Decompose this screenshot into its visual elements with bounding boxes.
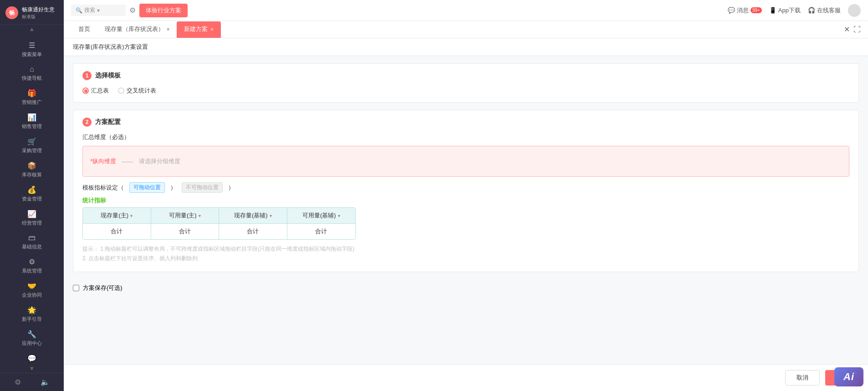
indicator-settings-close: ） — [228, 184, 234, 192]
sidebar-item-label: 快捷导航 — [22, 75, 42, 82]
sidebar-item-purchase[interactable]: 🛒 采购管理 — [0, 134, 64, 158]
topbar: 🔍 搜索 ▾ ⚙ 体验行业方案 💬 消息 99+ 📱 App下载 🎧 在线客服 — [64, 0, 868, 21]
sidebar-item-system[interactable]: ⚙ 系统管理 — [0, 254, 64, 278]
sidebar-item-sales[interactable]: 📊 销售管理 — [0, 109, 64, 134]
message-item[interactable]: 💬 消息 99+ — [728, 6, 762, 15]
sidebar-item-guide[interactable]: 🌟 新手引导 — [0, 302, 64, 326]
page-title: 现存量(库存状况表)方案设置 — [73, 43, 148, 50]
stats-data-1: 合计 — [83, 224, 151, 239]
headset-icon: 🎧 — [808, 7, 815, 14]
dimension-box[interactable]: *纵向维度 —— 请选择分组维度 — [82, 146, 849, 177]
stats-col-1[interactable]: 现存量(主) ▾ — [83, 208, 151, 223]
message-icon: 💬 — [728, 7, 735, 14]
app-download-label: App下载 — [778, 6, 801, 15]
sidebar-item-label: 采购管理 — [22, 147, 42, 154]
sidebar-item-management[interactable]: 📈 经营管理 — [0, 206, 64, 230]
sidebar-item-finance[interactable]: 💰 资金管理 — [0, 182, 64, 206]
bottom-save: 方案保存(可选) — [73, 279, 859, 297]
step1-badge: 1 — [82, 71, 92, 80]
radio-summary-circle — [82, 87, 89, 94]
star-icon: 🌟 — [27, 306, 36, 314]
trial-button[interactable]: 体验行业方案 — [139, 4, 188, 17]
dimension-required-label: 汇总维度（必选） — [82, 133, 849, 141]
tab-home-label: 首页 — [78, 25, 90, 33]
sidebar-item-cooperation[interactable]: 🤝 企业协同 — [0, 278, 64, 302]
indicator-settings-suffix: ） — [170, 184, 176, 192]
stats-col-4-label: 可用量(基辅) — [302, 211, 336, 220]
app-download-item[interactable]: 📱 App下载 — [769, 6, 801, 15]
tab-new-plan-close[interactable]: × — [210, 26, 213, 32]
sidebar-item-label: 企业协同 — [22, 292, 42, 298]
radio-cross-circle — [118, 87, 124, 94]
dimension-dash: —— — [122, 158, 133, 165]
tips-section: 提示： 1.拖动标题栏可以调整布局，不可跨维度或指标区域拖动栏目字段(只能在同一… — [82, 245, 849, 262]
sidebar-item-label: 资金管理 — [22, 196, 42, 202]
tab-new-plan[interactable]: 新建方案 × — [177, 21, 220, 38]
user-avatar[interactable] — [848, 4, 861, 17]
footer-bar: 取消 查询 — [64, 364, 868, 391]
message-badge: 99+ — [751, 7, 762, 13]
stats-col-1-label: 现存量(主) — [101, 211, 128, 220]
topbar-gear-icon[interactable]: ⚙ — [129, 6, 136, 15]
sidebar-item-search[interactable]: ☰ 搜索菜单 — [0, 37, 64, 62]
cancel-button[interactable]: 取消 — [785, 370, 820, 386]
sidebar-item-basic-info[interactable]: 🗃 基础信息 — [0, 230, 64, 254]
chevron-down-icon: ▾ — [97, 7, 100, 14]
trend-icon: 📈 — [27, 210, 36, 218]
customer-service-item[interactable]: 🎧 在线客服 — [808, 6, 841, 15]
stats-col-2[interactable]: 可用量(主) ▾ — [151, 208, 220, 223]
stats-label: 统计指标 — [82, 196, 849, 205]
vertical-dimension-label: *纵向维度 — [90, 157, 116, 165]
tab-inventory[interactable]: 现存量（库存状况表） × — [97, 21, 177, 38]
indicator-settings-row: 模板指标设定（ 可拖动位置 ） 不可拖动位置 ） — [82, 182, 849, 193]
sidebar-item-app[interactable]: 🔧 应用中心 — [0, 326, 64, 350]
sound-icon[interactable]: 🔈 — [41, 378, 50, 386]
sidebar-item-label: 基础信息 — [22, 243, 42, 250]
stats-col-2-label: 可用量(主) — [169, 211, 197, 220]
customer-service-label: 在线客服 — [817, 6, 841, 15]
topbar-left: 🔍 搜索 ▾ ⚙ 体验行业方案 — [71, 4, 722, 17]
save-checkbox[interactable] — [73, 285, 79, 291]
step1-title: 选择模板 — [95, 72, 121, 80]
gift-icon: 🎁 — [27, 89, 36, 98]
settings-icon[interactable]: ⚙ — [15, 378, 21, 386]
main-area: 🔍 搜索 ▾ ⚙ 体验行业方案 💬 消息 99+ 📱 App下载 🎧 在线客服 — [64, 0, 868, 391]
step2-badge: 2 — [82, 118, 92, 127]
logo-sub: 标准版 — [22, 14, 55, 20]
stats-data-3: 合计 — [219, 224, 287, 239]
form-area: 1 选择模板 汇总表 交叉统计表 — [64, 56, 868, 304]
sidebar-item-wechat[interactable]: 💬 企业微信 — [0, 350, 64, 364]
step2-title: 方案配置 — [95, 118, 121, 126]
chevron-down-icon-2: ▾ — [199, 213, 201, 218]
sidebar-item-label: 销售管理 — [22, 123, 42, 130]
radio-cross[interactable]: 交叉统计表 — [118, 87, 156, 95]
tab-inventory-close[interactable]: × — [167, 26, 169, 32]
sidebar-item-inventory[interactable]: 📦 库存核算 — [0, 158, 64, 182]
home-icon: ⌂ — [30, 65, 34, 73]
tab-home[interactable]: 首页 — [71, 21, 97, 38]
template-radio-group: 汇总表 交叉统计表 — [82, 87, 849, 95]
sidebar-scroll-up[interactable]: ▲ — [0, 25, 64, 34]
indicator-settings-label: 模板指标设定（ — [82, 184, 124, 192]
draggable-tag: 可拖动位置 — [129, 182, 165, 193]
logo-text: 畅康通好生意 标准版 — [22, 6, 55, 20]
search-bar[interactable]: 🔍 搜索 ▾ — [71, 5, 126, 16]
search-icon: 🔍 — [76, 7, 82, 14]
stats-col-4[interactable]: 可用量(基辅) ▾ — [287, 208, 356, 223]
logo-area: 畅 畅康通好生意 标准版 — [0, 0, 64, 25]
close-panel-icon[interactable]: ✕ — [844, 25, 850, 34]
gear-icon: ⚙ — [29, 257, 35, 266]
expand-panel-icon[interactable]: ⛶ — [853, 26, 861, 34]
radio-summary-dot — [84, 89, 87, 93]
sidebar-item-quick-nav[interactable]: ⌂ 快捷导航 — [0, 62, 64, 85]
tool-icon: 🔧 — [27, 330, 36, 339]
sidebar: 畅 畅康通好生意 标准版 ▲ ☰ 搜索菜单 ⌂ 快捷导航 🎁 营销推广 📊 销售… — [0, 0, 64, 391]
stats-data-2: 合计 — [151, 224, 220, 239]
sidebar-item-marketing[interactable]: 🎁 营销推广 — [0, 85, 64, 109]
stats-col-3[interactable]: 现存量(基辅) ▾ — [219, 208, 287, 223]
content-area: 现存量(库存状况表)方案设置 1 选择模板 汇总表 — [64, 38, 868, 364]
radio-summary[interactable]: 汇总表 — [82, 87, 109, 95]
sidebar-scroll-down[interactable]: ▼ — [0, 364, 64, 373]
non-draggable-tag: 不可拖动位置 — [182, 182, 223, 193]
stats-data-4: 合计 — [287, 224, 356, 239]
